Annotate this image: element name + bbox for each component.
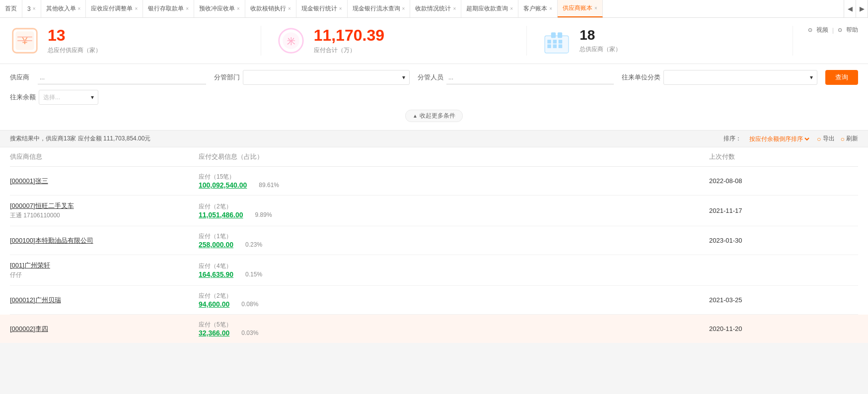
table-row: [000100]本特勤油品有限公司 应付（1笔） 258,000.00 0.23… <box>10 226 858 255</box>
header-supplier: 供应商信息 <box>10 152 199 161</box>
nav-tab-ar-ap-adjust[interactable]: 应收应付调整单 × <box>86 0 143 17</box>
trade-amount-3[interactable]: 258,000.00 <box>199 241 233 249</box>
top-navigation: 首页 3 × 其他收入单 × 应收应付调整单 × 银行存取款单 × 预收冲应收单… <box>0 0 868 18</box>
nav-tab-home[interactable]: 首页 <box>0 0 22 17</box>
trade-info-5: 应付（2笔） 94,600.00 0.08% <box>199 292 709 308</box>
filter-row-1: 供应商 分管部门 ▾ 分管人员 往来单位分类 ▾ 查询 <box>10 70 858 85</box>
nav-tab-overdue-query[interactable]: 超期应收款查询 × <box>461 0 518 17</box>
supplier-link-1[interactable]: [000001]张三 <box>10 177 199 186</box>
nav-tab-prepay-offset[interactable]: 预收冲应收单 × <box>194 0 245 17</box>
table-row: [000007]恒旺二手叉车 王通 17106110000 应付（2笔） 11,… <box>10 196 858 226</box>
trade-amount-5[interactable]: 94,600.00 <box>199 300 229 308</box>
supplier-link-2[interactable]: [000007]恒旺二手叉车 <box>10 201 199 210</box>
trade-amount-1[interactable]: 100,092,540.00 <box>199 181 247 189</box>
nav-tab-3[interactable]: 3 × <box>22 0 41 17</box>
payable-total-label: 应付合计（万） <box>314 46 384 55</box>
supplier-link-6[interactable]: [000002]李四 <box>10 325 199 333</box>
last-payment-6: 2020-11-20 <box>709 325 858 332</box>
nav-tab-cash-bank-stats[interactable]: 现金银行统计 × <box>296 0 348 17</box>
query-button[interactable]: 查询 <box>825 70 858 85</box>
nav-arrows: ◀ ▶ <box>844 0 868 18</box>
svg-rect-13 <box>559 44 562 48</box>
nav-tab-collection-stats[interactable]: 收款情况统计 × <box>410 0 461 17</box>
total-suppliers-label: 总供应商（家） <box>579 45 621 54</box>
trade-info-6: 应付（5笔） 32,366.00 0.03% <box>199 321 709 337</box>
help-link[interactable]: 帮助 <box>846 26 858 34</box>
close-icon[interactable]: × <box>186 6 189 11</box>
nav-tab-customer-ledger[interactable]: 客户账本 × <box>518 0 558 17</box>
sort-label: 排序： <box>723 134 741 143</box>
header-trade: 应付交易信息（占比） <box>199 152 709 161</box>
supplier-link-4[interactable]: [001]广州荣轩 <box>10 261 199 270</box>
dept-select[interactable]: ▾ <box>243 70 410 85</box>
person-input[interactable] <box>446 70 614 84</box>
close-icon[interactable]: × <box>288 6 291 11</box>
svg-text:米: 米 <box>287 37 295 46</box>
collapse-button[interactable]: ▲ 收起更多条件 <box>405 110 463 122</box>
trade-amount-2[interactable]: 11,051,486.00 <box>199 211 243 219</box>
summary-text-total-suppliers: 18 总供应商（家） <box>579 28 621 54</box>
supplier-info-2: [000007]恒旺二手叉车 王通 17106110000 <box>10 201 199 220</box>
close-icon[interactable]: × <box>33 6 36 11</box>
trade-label-2: 应付（2笔） <box>199 202 709 211</box>
trade-info-2: 应付（2笔） 11,051,486.00 9.89% <box>199 202 709 219</box>
supplier-input[interactable] <box>38 70 206 84</box>
category-select[interactable]: ▾ <box>663 70 818 85</box>
table-row: [001]广州荣轩 仔仔 应付（4笔） 164,635.90 0.15% <box>10 255 858 286</box>
video-link[interactable]: 视频 <box>816 26 828 34</box>
payable-suppliers-icon: ¥ <box>10 26 40 56</box>
nav-arrow-right[interactable]: ▶ <box>856 0 868 18</box>
trade-amount-4[interactable]: 164,635.90 <box>199 270 233 278</box>
header-last-payment: 上次付数 <box>709 152 858 161</box>
summary-item-total-suppliers: 18 总供应商（家） <box>542 26 793 56</box>
trade-label-6: 应付（5笔） <box>199 321 709 329</box>
chevron-down-icon: ▾ <box>402 74 405 81</box>
supplier-table: 供应商信息 应付交易信息（占比） 上次付数 [000001]张三 应付（15笔）… <box>0 147 868 343</box>
close-icon[interactable]: × <box>453 6 456 11</box>
summary-item-payable-suppliers: ¥ 13 总应付供应商（家） <box>10 26 261 56</box>
table-row: [000012]广州贝瑞 应付（2笔） 94,600.00 0.08% 2021… <box>10 286 858 315</box>
supplier-info-4: [001]广州荣轩 仔仔 <box>10 261 199 279</box>
close-icon[interactable]: × <box>402 6 405 11</box>
nav-tab-bank-deposit[interactable]: 银行存取款单 × <box>143 0 194 17</box>
close-icon[interactable]: × <box>549 6 552 11</box>
export-button[interactable]: ○ 导出 <box>817 134 834 143</box>
table-row: [000001]张三 应付（15笔） 100,092,540.00 89.61%… <box>10 167 858 196</box>
svg-rect-14 <box>551 32 556 38</box>
table-row: [000002]李四 应付（5笔） 32,366.00 0.03% 2020-1… <box>0 315 868 343</box>
supplier-link-3[interactable]: [000100]本特勤油品有限公司 <box>10 236 199 245</box>
divider: | <box>832 27 834 34</box>
last-payment-1: 2022-08-08 <box>709 177 858 185</box>
supplier-link-5[interactable]: [000012]广州贝瑞 <box>10 296 199 305</box>
payable-total-icon: 米 <box>276 26 306 56</box>
nav-tab-collection-exec[interactable]: 收款核销执行 × <box>245 0 296 17</box>
supplier-info-3: [000100]本特勤油品有限公司 <box>10 236 199 245</box>
nav-tab-cash-bank-flow[interactable]: 现金银行流水查询 × <box>348 0 411 17</box>
nav-arrow-left[interactable]: ◀ <box>844 0 856 18</box>
svg-rect-15 <box>558 32 562 38</box>
trade-amount-6[interactable]: 32,366.00 <box>199 329 229 337</box>
close-icon[interactable]: × <box>237 6 240 11</box>
category-label: 往来单位分类 <box>622 73 660 82</box>
sort-select[interactable]: 按应付余额倒序排序 <box>747 135 811 143</box>
close-icon[interactable]: × <box>339 6 342 11</box>
balance-label: 往来余额 <box>10 93 36 102</box>
refresh-button[interactable]: ○ 刷新 <box>841 134 858 143</box>
svg-rect-7 <box>545 36 569 53</box>
nav-tab-other-income[interactable]: 其他收入单 × <box>41 0 86 17</box>
table-header: 供应商信息 应付交易信息（占比） 上次付数 <box>10 147 858 167</box>
close-icon[interactable]: × <box>594 5 597 11</box>
top-right-links: ⊙ 视频 | ⊙ 帮助 <box>808 26 858 34</box>
summary-text-payable-suppliers: 13 总应付供应商（家） <box>48 27 101 55</box>
balance-select[interactable]: 选择... ▾ <box>39 90 98 105</box>
close-icon[interactable]: × <box>78 6 81 11</box>
nav-tab-supplier-ledger[interactable]: 供应商账本 × <box>558 0 603 17</box>
results-summary: 搜索结果中，供应商13家 应付金额 111,703,854.00元 <box>10 134 150 143</box>
supplier-label: 供应商 <box>10 73 35 82</box>
filter-person: 分管人员 <box>418 70 614 84</box>
close-icon[interactable]: × <box>135 6 138 11</box>
summary-text-payable-total: 11,170.39 应付合计（万） <box>314 27 384 55</box>
summary-item-payable-total: 米 11,170.39 应付合计（万） <box>276 26 527 56</box>
close-icon[interactable]: × <box>510 6 513 11</box>
chevron-down-icon: ▾ <box>91 94 94 101</box>
